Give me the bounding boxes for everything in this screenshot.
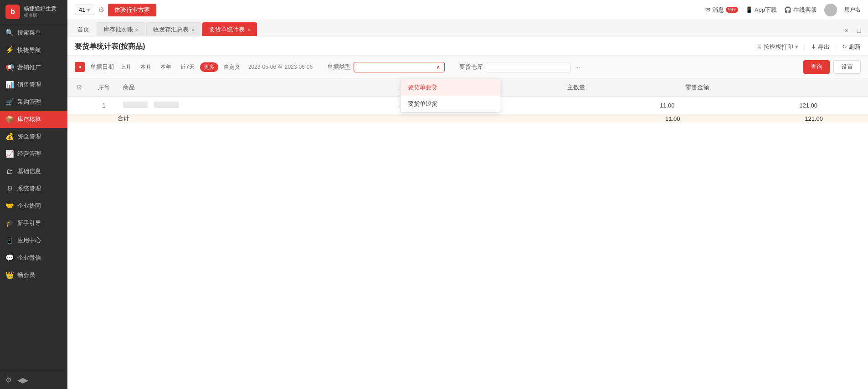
- sidebar-item-finance[interactable]: 💰 资金管理: [0, 128, 67, 145]
- sidebar: b 畅捷通好生意 标准版 🔍 搜索菜单 ⚡ 快捷导航 📢 营销推广 📊 销售管理…: [0, 0, 67, 389]
- refresh-btn[interactable]: ↻ 刷新: [842, 43, 861, 51]
- sidebar-item-label: 资金管理: [17, 133, 41, 141]
- tab-actions: × □: [841, 25, 864, 36]
- dropdown-item-order-goods[interactable]: 要货单要货: [401, 79, 500, 96]
- sidebar-item-label: 库存核算: [17, 115, 41, 123]
- online-service-btn[interactable]: 🎧 在线客服: [784, 6, 817, 14]
- footer-unit-empty: [394, 114, 561, 123]
- row-product-cell: [118, 97, 394, 114]
- settings-btn[interactable]: 设置: [833, 60, 861, 74]
- trial-btn[interactable]: 体验行业方案: [108, 4, 156, 16]
- sidebar-item-system[interactable]: ⚙ 系统管理: [0, 180, 67, 197]
- btn-this-year[interactable]: 本年: [157, 62, 175, 72]
- filter-more-btn[interactable]: ···: [575, 63, 580, 71]
- sidebar-item-label: 企业协同: [17, 202, 41, 210]
- tab-recv-summary[interactable]: 收发存汇总表 ×: [146, 22, 201, 36]
- sidebar-item-label: 营销推广: [17, 63, 41, 72]
- search-icon: 🔍: [5, 29, 14, 37]
- message-btn[interactable]: ✉ 消息 99+: [705, 6, 738, 14]
- sidebar-item-quick-nav[interactable]: ⚡ 快捷导航: [0, 41, 67, 59]
- sidebar-item-label: 系统管理: [17, 184, 41, 193]
- type-dropdown: 要货单要货 要货单退货: [400, 79, 500, 113]
- tab-close-recv-summary[interactable]: ×: [191, 27, 194, 32]
- type-caret-icon[interactable]: ∧: [436, 64, 441, 71]
- system-icon: ⚙: [5, 184, 14, 193]
- app-center-icon: 📱: [5, 236, 14, 245]
- btn-this-month[interactable]: 本月: [137, 62, 155, 72]
- sidebar-item-guide[interactable]: 🎓 新手引导: [0, 215, 67, 232]
- type-filter-label: 单据类型: [327, 63, 351, 71]
- sidebar-item-purchase[interactable]: 🛒 采购管理: [0, 93, 67, 111]
- col-extra: [823, 79, 868, 97]
- sidebar-item-label: 应用中心: [17, 236, 41, 245]
- footer-amount: 121.00: [680, 114, 823, 123]
- filter-toggle-btn[interactable]: »: [75, 62, 85, 72]
- app-logo-icon: b: [5, 5, 20, 19]
- sidebar-item-search[interactable]: 🔍 搜索菜单: [0, 24, 67, 41]
- col-product: 商品: [118, 79, 394, 97]
- export-icon: ⬇: [811, 43, 816, 50]
- guide-icon: 🎓: [5, 219, 14, 227]
- restore-tabs-btn[interactable]: □: [853, 25, 864, 36]
- table-settings-icon[interactable]: ⚙: [76, 83, 82, 91]
- col-amount: 零售金额: [680, 79, 823, 97]
- col-settings[interactable]: ⚙: [67, 79, 90, 97]
- col-qty: 主数量: [562, 79, 680, 97]
- sidebar-item-app-center[interactable]: 📱 应用中心: [0, 232, 67, 249]
- query-btn[interactable]: 查询: [803, 60, 830, 74]
- date-range-display: 2023-05-06 至 2023-06-06: [248, 63, 313, 71]
- filter-row-wrapper: » 单据日期 上月 本月 本年 近7天 更多 自定义 2023-05-06 至 …: [67, 56, 868, 79]
- print-caret-icon: ▾: [795, 43, 798, 50]
- sidebar-item-enterprise[interactable]: 🤝 企业协同: [0, 197, 67, 215]
- warehouse-filter-input[interactable]: [486, 62, 570, 72]
- settings-gear-icon[interactable]: ⚙: [98, 5, 104, 14]
- row-qty-cell: 11.00: [562, 97, 680, 114]
- sidebar-item-wechat[interactable]: 💬 企业微信: [0, 249, 67, 266]
- footer-label: 合计: [118, 114, 394, 123]
- date-btns: 上月 本月 本年 近7天 更多 自定义: [117, 62, 244, 72]
- content-area: 要货单统计表(按商品) 🖨 按模板打印 ▾ | ⬇ 导出 | ↻ 刷新: [67, 36, 868, 389]
- sidebar-item-sales[interactable]: 📊 销售管理: [0, 76, 67, 93]
- print-btn[interactable]: 🖨 按模板打印 ▾: [756, 43, 798, 51]
- export-btn[interactable]: ⬇ 导出: [811, 43, 830, 51]
- warehouse-input-field[interactable]: [490, 64, 566, 71]
- sidebar-item-marketing[interactable]: 📢 营销推广: [0, 59, 67, 76]
- tab-inventory-batch[interactable]: 库存批次账 ×: [97, 22, 145, 36]
- user-avatar[interactable]: [824, 4, 837, 16]
- row-extra-cell: [823, 97, 868, 114]
- btn-last-7days[interactable]: 近7天: [177, 62, 198, 72]
- btn-custom-date[interactable]: 自定义: [220, 62, 244, 72]
- product-placeholder-1: [123, 102, 148, 108]
- sidebar-item-operations[interactable]: 📈 经营管理: [0, 145, 67, 163]
- tab-close-order-summary[interactable]: ×: [247, 27, 250, 32]
- sidebar-item-inventory[interactable]: 📦 库存核算: [0, 111, 67, 128]
- sidebar-item-label: 企业微信: [17, 254, 41, 262]
- tab-home[interactable]: 首页: [71, 23, 96, 36]
- topbar: 41 ▾ ⚙ 体验行业方案 ✉ 消息 99+ 📱 App下载 🎧 在线客服 用户…: [67, 0, 868, 20]
- tab-label: 库存批次账: [103, 26, 133, 34]
- print-label: 按模板打印: [764, 43, 793, 51]
- sidebar-item-vip[interactable]: 👑 畅会员: [0, 266, 67, 284]
- btn-more-dates[interactable]: 更多: [200, 62, 218, 72]
- vip-icon: 👑: [5, 271, 14, 279]
- btn-last-month[interactable]: 上月: [117, 62, 135, 72]
- company-selector[interactable]: 41 ▾: [75, 5, 94, 15]
- app-name: 畅捷通好生意: [24, 5, 56, 13]
- tab-close-inventory-batch[interactable]: ×: [136, 27, 139, 32]
- tab-order-summary[interactable]: 要货单统计表 ×: [202, 22, 257, 36]
- footer-empty-1: [67, 114, 90, 123]
- headset-icon: 🎧: [784, 6, 791, 13]
- tab-label: 要货单统计表: [209, 26, 245, 34]
- type-input-field[interactable]: [358, 64, 434, 71]
- close-all-tabs-btn[interactable]: ×: [841, 25, 852, 36]
- sidebar-item-label: 基础信息: [17, 167, 41, 175]
- wechat-icon: 💬: [5, 254, 14, 262]
- sidebar-item-basic[interactable]: 🗂 基础信息: [0, 163, 67, 180]
- footer-empty-2: [90, 114, 118, 123]
- type-filter-input[interactable]: ∧: [354, 62, 445, 72]
- collapse-icon[interactable]: ◀▶: [17, 376, 28, 384]
- dropdown-item-order-return[interactable]: 要货单退货: [401, 96, 500, 112]
- topbar-right: ✉ 消息 99+ 📱 App下载 🎧 在线客服 用户名: [705, 4, 861, 16]
- settings-bottom-icon[interactable]: ⚙: [5, 376, 12, 384]
- app-download-btn[interactable]: 📱 App下载: [745, 6, 777, 14]
